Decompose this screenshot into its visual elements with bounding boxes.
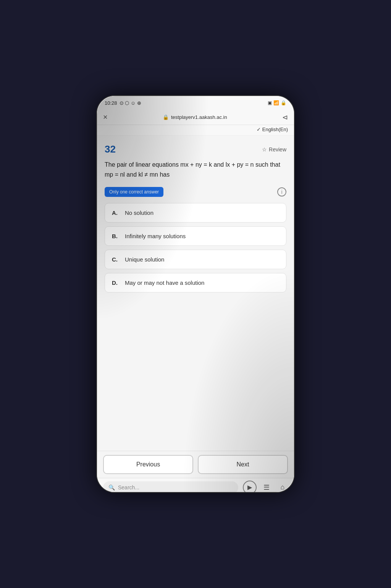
home-icon-glyph: ⌂ <box>281 483 285 491</box>
language-label: ✓ English(En) <box>257 127 288 132</box>
search-icon: 🔍 <box>108 484 115 491</box>
previous-button[interactable]: Previous <box>103 455 193 474</box>
review-label: Review <box>269 146 286 153</box>
status-left: 10:28 ⊙ ⬡ ☺ ⊕ <box>105 100 141 106</box>
signal-icon: 📶 <box>273 100 279 106</box>
language-bar[interactable]: ✓ English(En) <box>97 125 294 136</box>
lock-icon: 🔒 <box>163 114 169 120</box>
browser-close-button[interactable]: × <box>103 113 108 122</box>
answer-type-badge: Only one correct answer <box>105 187 163 197</box>
phone-frame: 10:28 ⊙ ⬡ ☺ ⊕ ▣ 📶 🔒 × 🔒 testplayerv1.aak… <box>96 95 295 493</box>
navigation-footer: Previous Next <box>97 451 294 478</box>
main-content: 32 ☆ Review The pair of linear equations… <box>97 136 294 451</box>
info-button[interactable]: i <box>277 187 286 197</box>
info-icon: i <box>281 189 282 195</box>
question-text: The pair of linear equations mx + ny = k… <box>105 160 286 179</box>
options-container: A. No solution B. Infinitely many soluti… <box>105 203 286 292</box>
play-button[interactable]: ▶ <box>243 481 257 493</box>
option-d-text: May or may not have a solution <box>125 279 204 286</box>
option-a-letter: A. <box>112 210 120 216</box>
hamburger-icon: ☰ <box>263 483 270 492</box>
option-b-letter: B. <box>112 233 120 239</box>
menu-icon[interactable]: ☰ <box>261 482 272 493</box>
review-button[interactable]: ☆ Review <box>262 146 286 153</box>
option-b-text: Infinitely many solutions <box>125 233 186 239</box>
option-a[interactable]: A. No solution <box>105 203 286 223</box>
answer-type-bar: Only one correct answer i <box>105 187 286 197</box>
option-c-letter: C. <box>112 256 120 263</box>
option-a-text: No solution <box>125 210 153 216</box>
url-text: testplayerv1.aakash.ac.in <box>171 114 227 120</box>
play-icon: ▶ <box>247 484 252 491</box>
home-icon[interactable]: ⌂ <box>277 482 288 493</box>
status-right: ▣ 📶 🔒 <box>268 100 286 106</box>
next-button[interactable]: Next <box>198 455 288 474</box>
search-placeholder: Search... <box>118 484 139 491</box>
option-d-letter: D. <box>112 279 120 286</box>
browser-bar: × 🔒 testplayerv1.aakash.ac.in ⊲ <box>97 110 294 125</box>
battery-icon: ▣ <box>268 100 272 106</box>
status-time: 10:28 <box>105 100 117 106</box>
bottom-icons: ☰ ⌂ <box>261 482 288 493</box>
status-icons: ⊙ ⬡ ☺ ⊕ <box>120 100 141 106</box>
option-c-text: Unique solution <box>125 256 164 263</box>
question-body: The pair of linear equations mx + ny = k… <box>105 161 280 178</box>
browser-url-bar[interactable]: 🔒 testplayerv1.aakash.ac.in <box>163 114 227 120</box>
phone-notch <box>180 96 211 104</box>
option-c[interactable]: C. Unique solution <box>105 250 286 269</box>
question-number: 32 <box>105 143 116 155</box>
share-button[interactable]: ⊲ <box>282 113 288 122</box>
browser-bottom-bar: 🔍 Search... ▶ ☰ ⌂ <box>97 478 294 493</box>
star-icon: ☆ <box>262 146 267 153</box>
question-header: 32 ☆ Review <box>105 143 286 155</box>
wifi-icon: 🔒 <box>281 100 286 106</box>
option-d[interactable]: D. May or may not have a solution <box>105 273 286 292</box>
search-bar[interactable]: 🔍 Search... <box>103 481 238 493</box>
option-b[interactable]: B. Infinitely many solutions <box>105 226 286 246</box>
